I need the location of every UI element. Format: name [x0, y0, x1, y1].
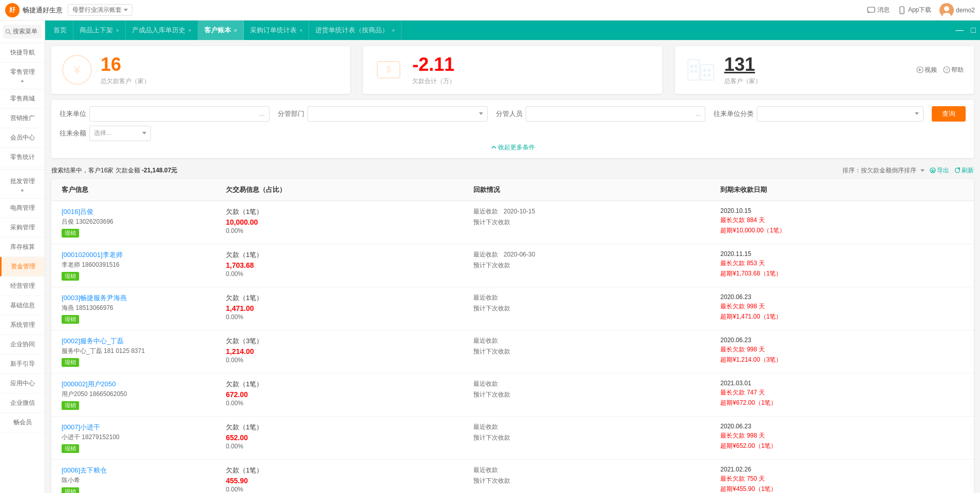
- customer-name-2[interactable]: [0003]畅捷服务尹海燕: [62, 293, 222, 303]
- sidebar-item-basic-info[interactable]: 基础信息: [0, 296, 45, 315]
- building-icon: [685, 54, 716, 85]
- app-download-btn[interactable]: App下载: [898, 6, 931, 14]
- sidebar-item-retail-stat[interactable]: 零售统计: [0, 148, 45, 167]
- person-input[interactable]: ...: [526, 106, 706, 122]
- refresh-btn[interactable]: 刷新: [954, 166, 974, 175]
- sidebar-item-ops[interactable]: 经营管理: [0, 277, 45, 296]
- sidebar-item-member[interactable]: 会员中心: [0, 128, 45, 148]
- recovery-next-3: 预计下次收款: [473, 347, 717, 356]
- sidebar-item-batch-mgmt[interactable]: 批发管理 ▲: [0, 172, 45, 199]
- store-selector[interactable]: 母婴行业演示账套: [68, 4, 132, 16]
- sidebar-item-app-center[interactable]: 应用中心: [0, 374, 45, 393]
- overdue-link-2[interactable]: 超期¥1,471.00（1笔）: [720, 312, 964, 321]
- message-btn[interactable]: 消息: [867, 6, 890, 14]
- unit-class-label: 往来单位分类: [714, 109, 754, 119]
- customer-name-4[interactable]: [000002]用户2050: [62, 380, 222, 389]
- export-label: 导出: [937, 166, 949, 175]
- minimize-btn[interactable]: —: [953, 24, 966, 37]
- tab-product-history[interactable]: 产成品入库单历史 ×: [126, 21, 198, 40]
- tab-import-stats[interactable]: 进货单统计表（按商品） ×: [309, 21, 401, 40]
- debt-cell-5: 欠款（1笔） 652.00 0.00%: [224, 422, 471, 451]
- filter-balance: 往来余额 选择...: [60, 126, 151, 141]
- overdue-link-1[interactable]: 超期¥1,703.68（1笔）: [720, 269, 964, 278]
- customer-name-0[interactable]: [0016]吕俊: [62, 207, 222, 216]
- query-button[interactable]: 查询: [932, 106, 966, 122]
- recovery-cell-1: 最近收款 2020-06-30 预计下次收款: [471, 249, 719, 271]
- debt-cell-2: 欠款（1笔） 1,471.00 0.00%: [224, 292, 471, 322]
- overdue-link-0[interactable]: 超期¥10,000.00（1笔）: [720, 226, 964, 235]
- sidebar-item-marketing[interactable]: 营销推广: [0, 109, 45, 128]
- export-btn[interactable]: 导出: [930, 166, 949, 175]
- filter-from-unit: 往来单位 ...: [60, 106, 270, 122]
- svg-point-4: [944, 6, 949, 11]
- search-icon: [5, 29, 11, 35]
- sidebar-item-sys[interactable]: 系统管理: [0, 315, 45, 335]
- overdue-link-5[interactable]: 超期¥652.00（1笔）: [720, 442, 964, 450]
- customer-name-5[interactable]: [0007]小进干: [62, 423, 222, 432]
- help-link[interactable]: ? 帮助: [943, 66, 964, 74]
- debt-amount-3[interactable]: 1,214.00: [226, 347, 469, 356]
- from-unit-input[interactable]: ...: [89, 106, 270, 122]
- tab-close-product-toggle[interactable]: ×: [116, 28, 119, 33]
- tab-close-product-history[interactable]: ×: [188, 28, 191, 33]
- sidebar-item-quick-nav[interactable]: 快捷导航: [0, 43, 45, 63]
- dept-select[interactable]: [308, 106, 488, 122]
- sidebar-item-capital[interactable]: 资金管理: [0, 257, 45, 277]
- debt-amount-5[interactable]: 652.00: [226, 433, 469, 442]
- user-menu[interactable]: demo2: [939, 3, 975, 17]
- tabs-bar: 首页 商品上下架 × 产成品入库单历史 × 客户账本 × 采购订单统计表 × 进…: [45, 21, 980, 40]
- customer-name-1[interactable]: [0001020001]李老师: [62, 250, 222, 260]
- arrow-icon: ▲: [20, 78, 25, 83]
- recovery-cell-4: 最近收款 预计下次收款: [471, 379, 719, 400]
- overdue-link-4[interactable]: 超期¥672.00（1笔）: [720, 399, 964, 407]
- tab-home[interactable]: 首页: [47, 21, 73, 40]
- tab-close-import-stats[interactable]: ×: [392, 28, 395, 33]
- overdue-link-6[interactable]: 超期¥455.90（1笔）: [720, 485, 964, 493]
- debt-amount-4[interactable]: 672.00: [226, 390, 469, 399]
- tab-customer-account[interactable]: 客户账本 ×: [198, 21, 244, 40]
- customer-cell-6: [0006]去下粮仓 陈小希 现销: [60, 465, 224, 493]
- debt-percent-6: 0.00%: [226, 486, 469, 493]
- unit-class-select[interactable]: [757, 106, 924, 122]
- tab-product-toggle[interactable]: 商品上下架 ×: [73, 21, 126, 40]
- collapse-button[interactable]: 收起更多条件: [491, 143, 535, 152]
- sidebar-item-retail-mgmt[interactable]: 零售管理 ▲: [0, 63, 45, 89]
- sidebar-item-corp-collab[interactable]: 企业协同: [0, 335, 45, 354]
- overdue-link-3[interactable]: 超期¥1,214.00（3笔）: [720, 356, 964, 364]
- filter-unit-class: 往来单位分类: [714, 106, 924, 122]
- sidebar-item-corp-wechat[interactable]: 企业微信: [0, 393, 45, 413]
- overdue-date-2: 2020.06.23: [720, 293, 964, 301]
- overdue-days-0: 最长欠款 884 天: [720, 216, 964, 225]
- balance-select[interactable]: 选择...: [89, 126, 151, 141]
- export-icon: [930, 167, 936, 173]
- customer-name-3[interactable]: [0002]服务中心_丁磊: [62, 337, 222, 346]
- tab-product-toggle-label: 商品上下架: [80, 26, 113, 35]
- tab-close-customer-account[interactable]: ×: [234, 28, 237, 33]
- customer-name-6[interactable]: [0006]去下粮仓: [62, 466, 222, 475]
- sort-selector[interactable]: 排序：按欠款金额倒序排序: [842, 166, 925, 175]
- debt-amount-0[interactable]: 10,000.00: [226, 218, 469, 226]
- debt-count-1: 欠款（1笔）: [226, 250, 469, 260]
- maximize-btn[interactable]: □: [969, 24, 978, 37]
- sidebar-item-vip[interactable]: 畅会员: [0, 413, 45, 432]
- sidebar-item-purchase[interactable]: 采购管理: [0, 218, 45, 238]
- debt-amount-2[interactable]: 1,471.00: [226, 304, 469, 312]
- overdue-days-4: 最长欠款 747 天: [720, 388, 964, 397]
- debt-amount-6[interactable]: 455.90: [226, 477, 469, 485]
- stat-label-2: 欠款合计（万）: [412, 77, 651, 86]
- tab-purchase-stats-label: 采购订单统计表: [250, 26, 297, 35]
- video-link[interactable]: 视频: [916, 66, 937, 74]
- sidebar-item-inventory[interactable]: 库存核算: [0, 238, 45, 257]
- quick-nav-label: 快捷导航: [3, 48, 42, 57]
- avatar-icon: [939, 3, 954, 17]
- sidebar-item-retail-store[interactable]: 零售商城: [0, 89, 45, 109]
- tab-purchase-stats[interactable]: 采购订单统计表 ×: [244, 21, 310, 40]
- svg-rect-17: [695, 70, 697, 73]
- sidebar-item-new-guide[interactable]: 新手引导: [0, 354, 45, 374]
- tab-close-purchase-stats[interactable]: ×: [300, 28, 303, 33]
- sidebar-search-area: 搜索菜单: [0, 21, 45, 43]
- recovery-next-2: 预计下次收款: [473, 304, 717, 313]
- debt-amount-1[interactable]: 1,703.68: [226, 261, 469, 269]
- sidebar-item-ecom[interactable]: 电商管理: [0, 199, 45, 218]
- search-menu-btn[interactable]: 搜索菜单: [3, 25, 42, 38]
